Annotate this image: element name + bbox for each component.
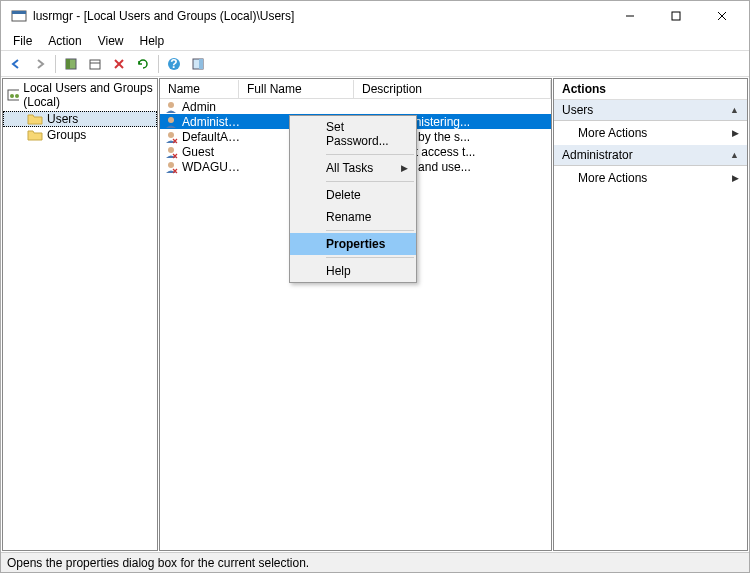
actions-section-administrator[interactable]: Administrator ▲ [554, 145, 747, 166]
user-icon [164, 115, 178, 129]
action-pane-button[interactable] [187, 53, 209, 75]
tree-item-users[interactable]: Users [3, 111, 157, 127]
collapse-arrow-icon: ▲ [730, 105, 739, 115]
svg-point-18 [15, 94, 19, 98]
title-bar: lusrmgr - [Local Users and Groups (Local… [1, 1, 749, 31]
collapse-arrow-icon: ▲ [730, 150, 739, 160]
window-title: lusrmgr - [Local Users and Groups (Local… [33, 9, 607, 23]
column-name[interactable]: Name [160, 80, 239, 98]
menu-help[interactable]: Help [132, 32, 173, 50]
actions-title: Actions [554, 79, 747, 100]
ctx-all-tasks[interactable]: All Tasks▶ [290, 157, 416, 179]
svg-point-22 [168, 147, 174, 153]
tree-root-label: Local Users and Groups (Local) [23, 81, 153, 109]
action-more-administrator[interactable]: More Actions ▶ [554, 166, 747, 190]
refresh-button[interactable] [132, 53, 154, 75]
user-disabled-icon [164, 160, 178, 174]
svg-point-20 [168, 117, 174, 123]
svg-rect-8 [90, 60, 100, 69]
actions-section-label: Users [562, 103, 593, 117]
actions-section-users[interactable]: Users ▲ [554, 100, 747, 121]
column-description[interactable]: Description [354, 80, 551, 98]
tree-item-label: Users [47, 112, 78, 126]
ctx-delete[interactable]: Delete [290, 184, 416, 206]
tree-item-groups[interactable]: Groups [3, 127, 157, 143]
action-item-label: More Actions [578, 171, 647, 185]
submenu-arrow-icon: ▶ [732, 173, 739, 183]
menu-bar: File Action View Help [1, 31, 749, 51]
properties-button[interactable] [84, 53, 106, 75]
back-button[interactable] [5, 53, 27, 75]
ctx-separator [326, 154, 414, 155]
ctx-set-password[interactable]: Set Password... [290, 116, 416, 152]
toolbar-separator [158, 55, 159, 73]
show-hide-tree-button[interactable] [60, 53, 82, 75]
ctx-properties[interactable]: Properties [290, 233, 416, 255]
list-header: Name Full Name Description [160, 79, 551, 99]
ctx-separator [326, 181, 414, 182]
forward-button[interactable] [29, 53, 51, 75]
actions-panel: Actions Users ▲ More Actions ▶ Administr… [553, 78, 748, 551]
help-button[interactable]: ? [163, 53, 185, 75]
main-area: Local Users and Groups (Local) Users Gro… [1, 77, 749, 552]
ctx-separator [326, 257, 414, 258]
toolbar: ? [1, 51, 749, 77]
folder-icon [27, 112, 43, 126]
row-name: Guest [182, 145, 243, 159]
close-button[interactable] [699, 1, 745, 31]
status-bar: Opens the properties dialog box for the … [1, 552, 749, 572]
delete-button[interactable] [108, 53, 130, 75]
status-text: Opens the properties dialog box for the … [7, 556, 309, 570]
menu-action[interactable]: Action [40, 32, 89, 50]
svg-point-21 [168, 132, 174, 138]
menu-view[interactable]: View [90, 32, 132, 50]
svg-rect-1 [12, 11, 26, 14]
toolbar-separator [55, 55, 56, 73]
actions-section-label: Administrator [562, 148, 633, 162]
minimize-button[interactable] [607, 1, 653, 31]
app-icon [11, 8, 27, 24]
context-menu: Set Password... All Tasks▶ Delete Rename… [289, 115, 417, 283]
svg-point-17 [10, 94, 14, 98]
tree-panel: Local Users and Groups (Local) Users Gro… [2, 78, 158, 551]
submenu-arrow-icon: ▶ [401, 163, 408, 173]
ctx-separator [326, 230, 414, 231]
ctx-rename[interactable]: Rename [290, 206, 416, 228]
list-panel: Name Full Name Description Admin Adminis… [159, 78, 552, 551]
svg-point-23 [168, 162, 174, 168]
folder-icon [27, 128, 43, 142]
svg-rect-15 [199, 59, 203, 69]
submenu-arrow-icon: ▶ [732, 128, 739, 138]
svg-text:?: ? [170, 57, 177, 71]
user-icon [164, 100, 178, 114]
maximize-button[interactable] [653, 1, 699, 31]
column-fullname[interactable]: Full Name [239, 80, 354, 98]
svg-rect-3 [672, 12, 680, 20]
svg-rect-7 [66, 59, 70, 69]
row-name: Administrator [182, 115, 243, 129]
list-row[interactable]: Admin [160, 99, 551, 114]
row-name: DefaultAcco... [182, 130, 243, 144]
action-item-label: More Actions [578, 126, 647, 140]
ctx-help[interactable]: Help [290, 260, 416, 282]
user-disabled-icon [164, 145, 178, 159]
row-name: WDAGUtility... [182, 160, 243, 174]
svg-point-19 [168, 102, 174, 108]
tree-root[interactable]: Local Users and Groups (Local) [3, 79, 157, 111]
tree-item-label: Groups [47, 128, 86, 142]
row-name: Admin [182, 100, 243, 114]
menu-file[interactable]: File [5, 32, 40, 50]
user-disabled-icon [164, 130, 178, 144]
action-more-users[interactable]: More Actions ▶ [554, 121, 747, 145]
